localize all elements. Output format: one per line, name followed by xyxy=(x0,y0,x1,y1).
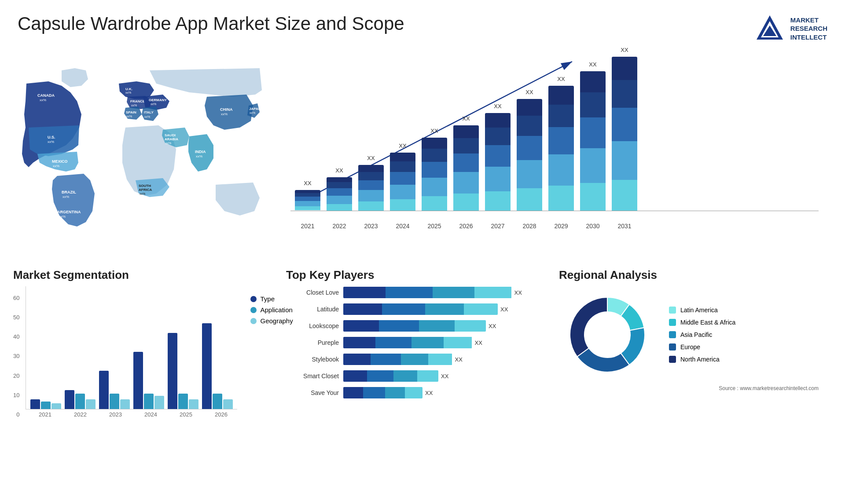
svg-text:xx%: xx% xyxy=(40,98,46,102)
seg-bar xyxy=(133,352,143,409)
donut-slice xyxy=(570,297,607,357)
bar-stack xyxy=(295,190,320,211)
seg-bar xyxy=(202,323,212,409)
seg-x-label: 2021 xyxy=(30,411,60,418)
seg-x-label: 2022 xyxy=(65,411,95,418)
regional-legend-label: Latin America xyxy=(680,307,718,314)
legend-dot xyxy=(250,318,257,324)
svg-text:xx%: xx% xyxy=(151,102,156,106)
player-xx-label: XX xyxy=(441,373,448,380)
seg-y-label: 20 xyxy=(13,373,19,379)
regional-legend-item: Europe xyxy=(669,343,735,351)
seg-bar xyxy=(154,396,164,409)
bar-x-label: 2030 xyxy=(580,223,606,230)
world-map-svg: CANADA xx% U.S. xx% MEXICO xx% BRAZIL xx… xyxy=(13,53,268,237)
svg-text:BRAZIL: BRAZIL xyxy=(62,190,76,194)
players-title: Top Key Players xyxy=(286,268,541,282)
legend-dot xyxy=(250,307,257,313)
bar-year-label: XX xyxy=(367,155,375,161)
bar-stack xyxy=(517,99,542,211)
svg-text:xx%: xx% xyxy=(140,192,145,195)
bar-stack xyxy=(390,153,415,211)
player-name: Lookscope xyxy=(286,322,339,329)
svg-text:xx%: xx% xyxy=(165,142,171,145)
svg-text:FRANCE: FRANCE xyxy=(130,99,145,103)
bar-chart-col: XX xyxy=(327,167,352,211)
map-section: CANADA xx% U.S. xx% MEXICO xx% BRAZIL xx… xyxy=(9,48,282,259)
bar-stack xyxy=(422,138,447,211)
player-name: Latitude xyxy=(286,306,339,313)
seg-bar-group xyxy=(99,371,130,409)
player-xx-label: XX xyxy=(514,289,522,296)
seg-y-label: 60 xyxy=(13,295,19,301)
seg-bar-group xyxy=(168,333,198,409)
svg-text:ARABIA: ARABIA xyxy=(165,137,178,141)
player-bar-container: XX xyxy=(343,353,541,365)
bar-stack xyxy=(485,113,511,211)
regional-title: Regional Analysis xyxy=(559,268,832,282)
bar-chart-col: XX xyxy=(580,61,606,211)
svg-text:xx%: xx% xyxy=(126,115,132,118)
regional-legend-label: North America xyxy=(680,356,720,363)
regional-legend-dot xyxy=(669,331,676,338)
svg-text:U.S.: U.S. xyxy=(48,135,55,139)
player-bar-container: XX xyxy=(343,303,541,315)
bar-stack xyxy=(612,57,637,211)
bar-chart-col: XX xyxy=(422,128,447,211)
bar-stack xyxy=(548,86,574,211)
seg-y-label: 40 xyxy=(13,333,19,340)
seg-bar xyxy=(189,399,198,409)
bar-stack xyxy=(358,165,384,211)
seg-x-label: 2024 xyxy=(136,411,165,418)
player-bar xyxy=(343,337,472,348)
bar-chart-col: XX xyxy=(390,142,415,211)
segmentation-section: Market Segmentation 6050403020100 202120… xyxy=(9,264,273,422)
bar-year-label: XX xyxy=(621,47,628,53)
svg-text:JAPAN: JAPAN xyxy=(249,107,261,111)
svg-text:xx%: xx% xyxy=(125,91,131,94)
svg-text:U.K.: U.K. xyxy=(125,87,132,91)
bar-year-label: XX xyxy=(494,103,501,110)
bar-chart-col: XX xyxy=(295,180,320,211)
player-bar-container: XX xyxy=(343,320,541,332)
svg-text:MEXICO: MEXICO xyxy=(52,159,68,164)
bar-chart-col: XX xyxy=(358,155,384,211)
seg-bar xyxy=(213,394,222,409)
bar-x-label: 2031 xyxy=(612,223,637,230)
svg-text:INDIA: INDIA xyxy=(195,150,206,154)
bar-stack xyxy=(580,71,606,211)
seg-y-label: 30 xyxy=(13,353,19,359)
player-row: LatitudeXX xyxy=(286,303,541,315)
player-row: PurepleXX xyxy=(286,336,541,349)
svg-text:xx%: xx% xyxy=(48,140,54,144)
bar-year-label: XX xyxy=(589,61,596,68)
svg-text:GERMANY: GERMANY xyxy=(149,98,167,102)
bar-year-label: XX xyxy=(462,115,470,122)
seg-x-label: 2023 xyxy=(100,411,130,418)
regional-legend-item: Latin America xyxy=(669,307,735,314)
bar-stack xyxy=(327,177,352,211)
seg-y-label: 0 xyxy=(13,411,19,418)
player-row: Closet LoveXX xyxy=(286,286,541,299)
logo-text: MARKET RESEARCH INTELLECT xyxy=(790,16,827,42)
bar-chart-container: XXXXXXXXXXXXXXXXXXXXXX 20212022202320242… xyxy=(290,53,819,237)
player-row: Smart ClosetXX xyxy=(286,370,541,382)
bar-year-label: XX xyxy=(430,128,438,134)
player-bar-container: XX xyxy=(343,286,541,299)
regional-legend-dot xyxy=(669,343,676,351)
regional-legend-dot xyxy=(669,356,676,363)
bar-x-label: 2027 xyxy=(485,223,511,230)
bar-year-label: XX xyxy=(304,180,311,186)
bar-year-label: XX xyxy=(557,76,565,82)
bar-x-label: 2021 xyxy=(295,223,320,230)
bar-chart-col: XX xyxy=(612,47,637,211)
seg-bars-wrapper xyxy=(26,286,237,409)
player-bar xyxy=(343,303,498,315)
player-bar-container: XX xyxy=(343,336,541,349)
bar-chart-col: XX xyxy=(548,76,574,211)
seg-bar xyxy=(99,371,109,409)
player-xx-label: XX xyxy=(425,390,433,396)
seg-bar xyxy=(144,394,154,409)
player-xx-label: XX xyxy=(455,356,463,363)
seg-bar xyxy=(51,403,61,409)
